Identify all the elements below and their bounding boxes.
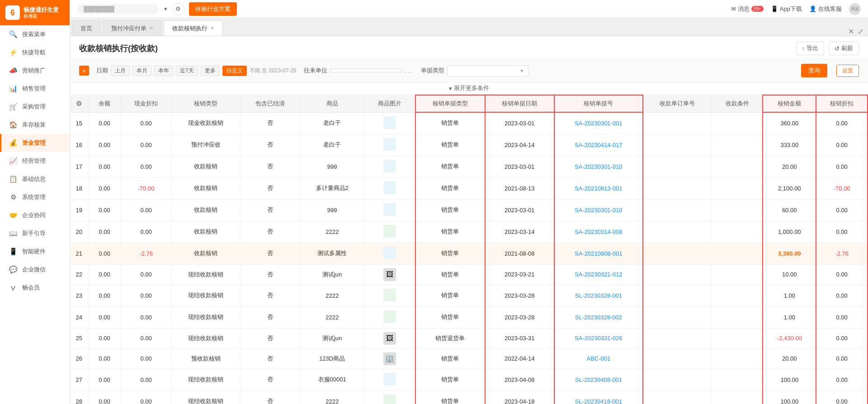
row-include-cleared: 否 xyxy=(240,134,300,156)
row-cancel-bill-type: 销货单 xyxy=(415,264,485,285)
table-row: 200.000.00收款核销否2222销货单2023-03-14SA-20230… xyxy=(70,221,868,242)
sidebar-item-hardware[interactable]: 📱 智能硬件 xyxy=(0,242,70,261)
setting-button[interactable]: 设置 xyxy=(836,65,859,77)
filter-custom[interactable]: 自定义 xyxy=(222,66,247,76)
row-cancel-bill-no-link[interactable]: SA-20230301-010 xyxy=(575,163,623,170)
row-cancel-amount: -2,430.00 xyxy=(763,328,816,348)
tab-prepay[interactable]: 预付冲应付单 ✕ xyxy=(103,20,162,36)
row-cancel-bill-type: 销货单 xyxy=(415,221,485,242)
product-img-icon: 🖼 xyxy=(383,268,396,281)
row-cancel-bill-type: 销货单 xyxy=(415,390,485,404)
topbar-gear-button[interactable]: ⚙ xyxy=(172,3,184,15)
col-gear[interactable]: ⚙ xyxy=(70,95,88,112)
tab-prepay-close[interactable]: ✕ xyxy=(149,25,153,31)
sidebar-item-wechat[interactable]: 💬 企业微信 xyxy=(0,261,70,279)
tab-expand-button[interactable]: ⤢ xyxy=(858,27,863,36)
row-cancel-bill-no-link[interactable]: SA-20210808-001 xyxy=(575,250,623,257)
app-download-button[interactable]: 📱 App下载 xyxy=(771,5,802,13)
expand-more-button[interactable]: ▾ 展开更多条件 xyxy=(449,84,489,92)
row-cancel-bill-no-link[interactable]: SA-20230301-001 xyxy=(575,120,623,127)
row-product: 2222 xyxy=(300,306,364,328)
row-cancel-bill-type: 销货单 xyxy=(415,285,485,306)
row-product: 测试jun xyxy=(300,328,364,348)
row-receipt-order-no xyxy=(643,134,712,156)
topbar-dropdown-arrow[interactable]: ▾ xyxy=(164,5,167,12)
row-cancel-bill-no-link[interactable]: SA-20230314-008 xyxy=(575,228,623,235)
sidebar-item-member[interactable]: V 畅会员 xyxy=(0,279,70,297)
sidebar-item-finance[interactable]: 💰 资金管理 xyxy=(0,134,70,152)
tab-home[interactable]: 首页 xyxy=(72,20,101,36)
sidebar-item-search[interactable]: 🔍 搜索菜单 xyxy=(0,25,70,43)
message-label: 消息 xyxy=(738,5,750,13)
sidebar-item-collab[interactable]: 🤝 企业协同 xyxy=(0,206,70,224)
row-cancel-bill-no-link[interactable]: SL-20230408-001 xyxy=(575,376,622,383)
row-id: 22 xyxy=(70,264,88,285)
sidebar-item-inventory[interactable]: 🏠 库存核算 xyxy=(0,116,70,134)
row-cash-discount: 0.00 xyxy=(121,221,171,242)
refresh-icon: ↺ xyxy=(835,45,840,52)
filter-this-year[interactable]: 本年 xyxy=(154,66,173,76)
sidebar-item-quicknav[interactable]: ⚡ 快捷导航 xyxy=(0,43,70,62)
table-row: 240.000.00现结收款核销否2222销货单2023-03-28SL-202… xyxy=(70,306,868,328)
expand-more-icon: ▾ xyxy=(449,85,452,92)
row-cancel-bill-no-link[interactable]: SA-20230331-026 xyxy=(575,335,623,342)
gear-icon[interactable]: ⚙ xyxy=(76,100,82,107)
message-button[interactable]: ✉ 消息 99+ xyxy=(731,5,764,13)
row-balance: 0.00 xyxy=(88,199,121,221)
filter-from-unit-input[interactable] xyxy=(330,68,402,73)
row-cancel-bill-no-link[interactable]: ABC-001 xyxy=(586,355,610,362)
sidebar-item-system[interactable]: ⚙ 系统管理 xyxy=(0,188,70,206)
tab-close-all-button[interactable]: ✕ xyxy=(848,27,854,36)
refresh-button[interactable]: ↺ 刷新 xyxy=(829,42,859,55)
page-content: 收款核销执行(按收款) ↑ 导出 ↺ 刷新 » 日期 上月 本月 本 xyxy=(70,36,868,404)
filter-last-7days[interactable]: 近7天 xyxy=(176,66,198,76)
row-cancel-bill-no-link[interactable]: SA-20230321-012 xyxy=(575,271,623,278)
row-cancel-bill-no-link[interactable]: SA-20210813-001 xyxy=(575,185,623,192)
row-cancel-bill-no: SA-20230301-001 xyxy=(554,112,643,134)
row-cancel-bill-no-link[interactable]: SA-20230301-010 xyxy=(575,207,623,214)
industry-button[interactable]: 休验行业方案 xyxy=(189,2,237,16)
filter-date-tags: 上月 本月 本年 近7天 更多 自定义 xyxy=(111,66,247,76)
product-img-icon xyxy=(383,116,396,129)
row-receipt-order-no xyxy=(643,328,712,348)
row-cancel-bill-no-link[interactable]: SL-20230418-001 xyxy=(575,398,622,404)
sidebar-item-sales[interactable]: 📊 销售管理 xyxy=(0,80,70,98)
row-cancel-discount: 0.00 xyxy=(816,264,868,285)
query-button[interactable]: 查询 xyxy=(801,64,827,77)
table-container[interactable]: ⚙ 余额 现金折扣 核销类型 包含已结清 商品 商品图片 核销单据类型 核销单据… xyxy=(70,95,868,404)
row-cancel-bill-no-link[interactable]: SL-20230328-001 xyxy=(575,292,622,299)
row-receipt-condition xyxy=(712,134,763,156)
table-header-row: ⚙ 余额 现金折扣 核销类型 包含已结清 商品 商品图片 核销单据类型 核销单据… xyxy=(70,95,868,112)
row-receipt-order-no xyxy=(643,112,712,134)
row-receipt-order-no xyxy=(643,199,712,221)
filter-last-month[interactable]: 上月 xyxy=(111,66,130,76)
logo-icon: 6 xyxy=(5,5,20,20)
user-profile[interactable]: Rit xyxy=(849,3,861,15)
row-cancel-bill-no: SA-20210808-001 xyxy=(554,242,643,264)
sidebar-item-operations[interactable]: 📈 经营管理 xyxy=(0,152,70,170)
col-receipt-condition: 收款条件 xyxy=(712,95,763,112)
row-receipt-condition xyxy=(712,112,763,134)
filter-this-month[interactable]: 本月 xyxy=(132,66,151,76)
filter-more[interactable]: 更多 xyxy=(201,66,220,76)
product-img-icon xyxy=(383,247,396,259)
tab-receipt-cancel-close[interactable]: ✕ xyxy=(210,25,214,31)
tab-receipt-cancel[interactable]: 收款核销执行 ✕ xyxy=(164,20,223,36)
logo-sub: 标准版 xyxy=(24,14,59,19)
row-cancel-bill-no-link[interactable]: SL-20230328-002 xyxy=(575,314,622,321)
row-cancel-bill-no-link[interactable]: SA-20230414-017 xyxy=(575,142,623,148)
product-img-icon: 🏢 xyxy=(383,352,396,365)
filter-bill-type-select[interactable]: ▾ xyxy=(447,65,528,76)
sidebar-item-marketing[interactable]: 📣 营销推广 xyxy=(0,62,70,80)
filter-expand-button[interactable]: » xyxy=(79,66,89,76)
col-cancel-discount: 核销折扣 xyxy=(816,95,868,112)
online-service-button[interactable]: 👤 在线客服 xyxy=(809,5,842,13)
row-cancel-type: 预付冲应收 xyxy=(171,134,240,156)
sidebar-item-guide[interactable]: 📖 新手引导 xyxy=(0,224,70,242)
export-button[interactable]: ↑ 导出 xyxy=(796,42,825,55)
row-cancel-amount: 2,100.00 xyxy=(763,177,816,199)
sidebar-item-purchase[interactable]: 🛒 采购管理 xyxy=(0,98,70,116)
row-cancel-type: 现金收款核销 xyxy=(171,112,240,134)
sidebar-item-basic[interactable]: 📋 基础信息 xyxy=(0,170,70,188)
row-id: 17 xyxy=(70,156,88,177)
